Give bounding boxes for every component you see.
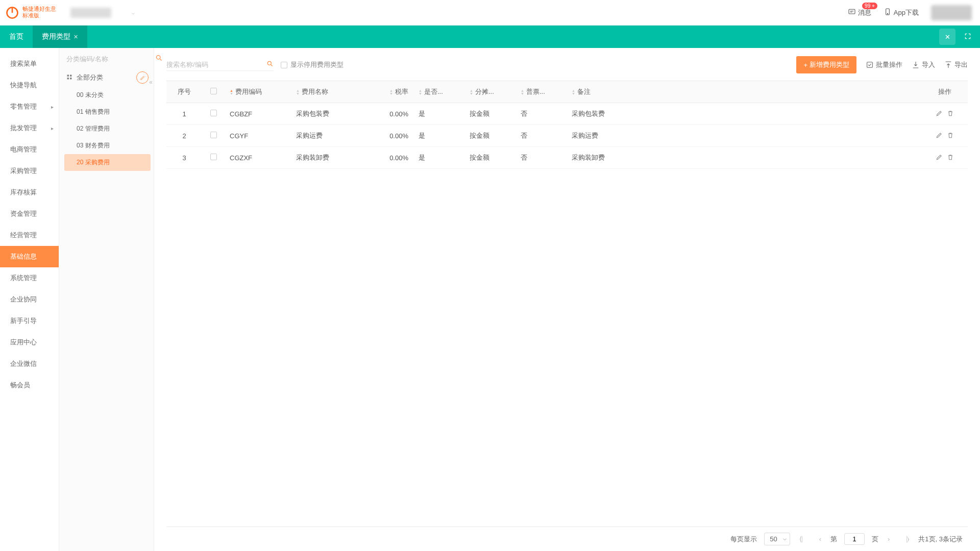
sidebar-item[interactable]: 企业协同	[0, 289, 59, 310]
col-code-label: 费用编码	[235, 88, 262, 95]
sidebar-item[interactable]: 基础信息	[0, 246, 59, 267]
pager-first-icon[interactable]: ⟨⎸	[797, 535, 810, 543]
logo-text-wrap: 畅捷通好生意 标准版	[22, 6, 56, 19]
plus-icon: +	[803, 61, 807, 69]
sidebar-item-label: 系统管理	[10, 273, 37, 283]
per-page-label: 每页显示	[730, 535, 757, 544]
sidebar-item-label: 基础信息	[10, 252, 37, 261]
col-remark[interactable]: ▲▼备注	[567, 81, 922, 103]
close-icon: ✕	[945, 33, 950, 41]
logo-sub: 标准版	[22, 12, 56, 19]
sidebar-item[interactable]: 电商管理	[0, 139, 59, 160]
search-input[interactable]	[166, 59, 266, 70]
pager-next-icon[interactable]: ›	[886, 535, 892, 543]
col-rate[interactable]: ▲▼税率	[373, 81, 413, 103]
sidebar-item[interactable]: 系统管理	[0, 267, 59, 289]
sort-icon: ▲▼	[419, 89, 422, 95]
svg-point-4	[157, 56, 161, 60]
sidebar-item-label: 电商管理	[10, 145, 37, 154]
pager-prev-icon[interactable]: ‹	[817, 535, 823, 543]
col-code[interactable]: ▲▼费用编码	[225, 81, 291, 103]
cell-op	[922, 103, 968, 125]
category-item[interactable]: 00 未分类	[64, 87, 151, 104]
expense-table: 序号 ▲▼费用编码 ▲▼费用名称 ▲▼税率 ▲▼是否... ▲▼分摊... ▲▼…	[166, 81, 968, 169]
sidebar-item[interactable]: 资金管理	[0, 203, 59, 224]
sort-icon: ▲▼	[389, 89, 393, 95]
cell-seq: 3	[166, 147, 202, 169]
sort-icon: ▲▼	[470, 89, 473, 95]
sidebar-item[interactable]: 畅会员	[0, 374, 59, 396]
category-edit-button[interactable]	[136, 71, 149, 84]
svg-point-3	[887, 13, 888, 14]
close-icon[interactable]: ✕	[74, 34, 78, 40]
sidebar: 搜索菜单快捷导航零售管理▸批发管理▸电商管理采购管理库存核算资金管理经营管理基础…	[0, 48, 59, 551]
per-page-select[interactable]: 50	[764, 533, 790, 545]
tab-expense-type[interactable]: 费用类型 ✕	[33, 26, 87, 48]
sidebar-item[interactable]: 企业微信	[0, 353, 59, 374]
phone-icon	[884, 8, 892, 17]
category-item[interactable]: 02 管理费用	[64, 120, 151, 137]
delete-icon[interactable]	[947, 132, 954, 140]
batch-action-button[interactable]: 批量操作	[866, 60, 902, 69]
edit-icon[interactable]	[936, 154, 943, 162]
edit-icon[interactable]	[936, 110, 943, 118]
col-rate-label: 税率	[395, 88, 408, 95]
logo[interactable]: 畅捷通好生意 标准版	[0, 5, 60, 21]
edit-icon[interactable]	[936, 132, 943, 140]
category-search-input[interactable]	[66, 55, 152, 63]
sidebar-item[interactable]: 搜索菜单	[0, 53, 59, 74]
sidebar-item[interactable]: 采购管理	[0, 160, 59, 182]
table-row: 3CGZXF采购装卸费0.00%是按金额否采购装卸费	[166, 147, 968, 169]
tabstrip: 首页 费用类型 ✕ ✕	[0, 26, 980, 48]
cell-name: 采购包装费	[291, 103, 373, 125]
org-selector[interactable]: ⌵	[64, 8, 141, 18]
delete-icon[interactable]	[947, 154, 954, 162]
sidebar-item[interactable]: 应用中心	[0, 332, 59, 353]
sidebar-item[interactable]: 库存核算	[0, 182, 59, 203]
col-invoice[interactable]: ▲▼普票...	[516, 81, 567, 103]
cell-seq: 2	[166, 125, 202, 147]
user-avatar-blurred[interactable]	[931, 5, 972, 20]
col-alloc[interactable]: ▲▼分摊...	[464, 81, 516, 103]
category-item[interactable]: 03 财务费用	[64, 137, 151, 154]
show-disabled-toggle[interactable]: 显示停用费用类型	[281, 60, 344, 69]
app-download-link[interactable]: App下载	[884, 8, 919, 17]
cell-checkbox[interactable]	[202, 125, 225, 147]
cell-rate: 0.00%	[373, 125, 413, 147]
message-icon	[848, 8, 856, 17]
add-expense-type-button[interactable]: + 新增费用类型	[796, 56, 856, 73]
collapse-panel-icon[interactable]: «	[149, 79, 153, 86]
cell-code: CGZXF	[225, 147, 291, 169]
checkbox-icon	[210, 132, 217, 138]
export-button[interactable]: 导出	[944, 60, 968, 69]
category-all[interactable]: 全部分类	[64, 68, 151, 87]
cell-checkbox[interactable]	[202, 103, 225, 125]
col-checkbox[interactable]	[202, 81, 225, 103]
sidebar-item[interactable]: 零售管理▸	[0, 96, 59, 117]
tabstrip-close-button[interactable]: ✕	[939, 29, 955, 45]
col-isflag[interactable]: ▲▼是否...	[413, 81, 464, 103]
tab-home[interactable]: 首页	[0, 26, 33, 48]
col-seq[interactable]: 序号	[166, 81, 202, 103]
category-item[interactable]: 20 采购费用	[64, 154, 151, 171]
cell-name: 采购运费	[291, 125, 373, 147]
sidebar-item[interactable]: 快捷导航	[0, 74, 59, 96]
table-row: 1CGBZF采购包装费0.00%是按金额否采购包装费	[166, 103, 968, 125]
search-icon[interactable]	[266, 60, 274, 69]
cell-checkbox[interactable]	[202, 147, 225, 169]
tabstrip-left: 首页 费用类型 ✕	[0, 26, 87, 48]
pager-page-input[interactable]	[844, 533, 865, 545]
pager-last-icon[interactable]: ⎹⟩	[899, 535, 911, 543]
col-name[interactable]: ▲▼费用名称	[291, 81, 373, 103]
search-icon[interactable]	[155, 54, 163, 63]
import-button[interactable]: 导入	[912, 60, 935, 69]
sidebar-item[interactable]: 新手引导	[0, 310, 59, 332]
sidebar-item[interactable]: 经营管理	[0, 224, 59, 246]
sidebar-item[interactable]: 批发管理▸	[0, 117, 59, 139]
category-all-label: 全部分类	[77, 73, 103, 82]
delete-icon[interactable]	[947, 110, 954, 118]
fullscreen-button[interactable]	[960, 29, 976, 45]
sidebar-item-label: 应用中心	[10, 338, 37, 347]
category-item[interactable]: 01 销售费用	[64, 104, 151, 120]
messages-link[interactable]: 消息 99 +	[848, 8, 871, 17]
